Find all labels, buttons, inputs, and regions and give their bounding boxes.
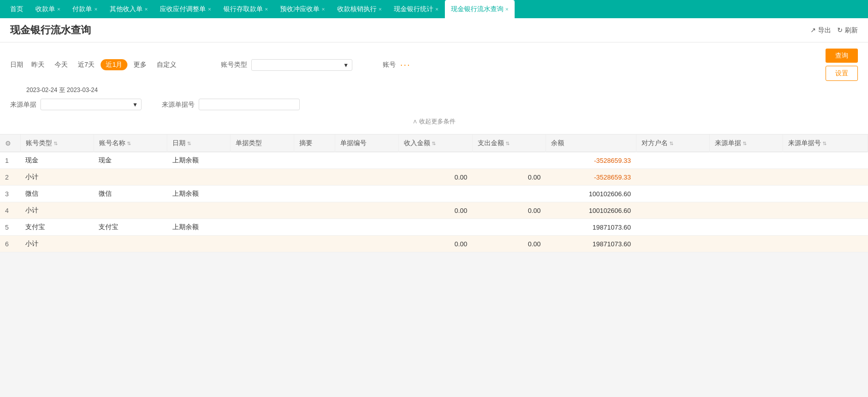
source-doc-filter-group: 来源单据 ▾ (10, 99, 142, 110)
col-doc_no: 单据编号 (335, 135, 399, 152)
table-header-row: ⚙账号类型⇅账号名称⇅日期⇅单据类型摘要单据编号收入金额⇅支出金额⇅余额对方户名… (0, 135, 868, 152)
nav-item-银行存取款单[interactable]: 银行存取款单 × (217, 0, 274, 18)
cell-source_doc (709, 152, 783, 169)
date-options: 昨天今天近7天近1月更多自定义 (27, 59, 180, 70)
table-row: 1现金现金上期余额-3528659.33 (0, 152, 868, 169)
cell-balance: 100102606.60 (546, 186, 636, 202)
sort-icon-source_doc_no: ⇅ (823, 141, 827, 146)
cell-source_doc_no (783, 202, 868, 219)
nav-item-其他收入单[interactable]: 其他收入单 × (104, 0, 154, 18)
cell-summary (294, 186, 335, 202)
nav-item-收款单[interactable]: 收款单 × (29, 0, 66, 18)
cell-expense: 0.00 (472, 202, 545, 219)
close-icon[interactable]: × (379, 0, 382, 18)
col-date[interactable]: 日期⇅ (167, 135, 231, 152)
nav-item-预收冲应收单[interactable]: 预收冲应收单 × (274, 0, 331, 18)
account-type-select[interactable]: ▾ (251, 59, 352, 71)
close-icon[interactable]: × (322, 0, 325, 18)
cell-source_doc_no (783, 186, 868, 202)
source-doc-select[interactable]: ▾ (40, 99, 142, 110)
close-icon[interactable]: × (208, 0, 211, 18)
col-source_doc_no[interactable]: 来源单据号⇅ (783, 135, 868, 152)
cell-doc_no (335, 186, 399, 202)
cell-date (167, 236, 231, 252)
cell-doc_no (335, 152, 399, 169)
sort-icon-income: ⇅ (432, 141, 436, 146)
query-button[interactable]: 查询 (826, 49, 858, 63)
account-type-filter-group: 账号类型 ▾ (221, 59, 352, 71)
date-option-昨天[interactable]: 昨天 (27, 59, 49, 70)
page-title: 现金银行流水查询 (10, 23, 91, 37)
close-icon[interactable]: × (94, 0, 97, 18)
col-income[interactable]: 收入金额⇅ (399, 135, 472, 152)
cell-row_num: 6 (0, 236, 20, 252)
page-header: 现金银行流水查询 ↗ 导出 ↻ 刷新 (0, 18, 868, 42)
cell-date: 上期余额 (167, 186, 231, 202)
col-expense[interactable]: 支出金额⇅ (472, 135, 545, 152)
data-table: ⚙账号类型⇅账号名称⇅日期⇅单据类型摘要单据编号收入金额⇅支出金额⇅余额对方户名… (0, 135, 868, 252)
cell-income (399, 152, 472, 169)
cell-account_name: 支付宝 (94, 219, 167, 236)
close-icon[interactable]: × (506, 0, 509, 18)
cell-doc_type (230, 219, 294, 236)
date-option-今天[interactable]: 今天 (51, 59, 72, 70)
cell-counterparty (636, 202, 709, 219)
col-account_name[interactable]: 账号名称⇅ (94, 135, 167, 152)
nav-item-现金银行流水查询[interactable]: 现金银行流水查询 × (445, 0, 515, 18)
cell-summary (294, 236, 335, 252)
cell-source_doc_no (783, 236, 868, 252)
cell-date: 上期余额 (167, 152, 231, 169)
close-icon[interactable]: × (265, 0, 268, 18)
cell-income: 0.00 (399, 236, 472, 252)
cell-summary (294, 202, 335, 219)
cell-income (399, 219, 472, 236)
cell-account_type: 微信 (20, 186, 94, 202)
table-container: ⚙账号类型⇅账号名称⇅日期⇅单据类型摘要单据编号收入金额⇅支出金额⇅余额对方户名… (0, 135, 868, 252)
date-option-自定义[interactable]: 自定义 (153, 59, 180, 70)
cell-doc_type (230, 236, 294, 252)
date-option-近1月[interactable]: 近1月 (101, 59, 127, 70)
settings-button[interactable]: 设置 (826, 66, 858, 81)
collapse-bar[interactable]: ∧ 收起更多条件 (10, 115, 858, 128)
date-filter-group: 日期 昨天今天近7天近1月更多自定义 (10, 59, 180, 70)
nav-item-付款单[interactable]: 付款单 × (66, 0, 103, 18)
source-doc-no-input[interactable] (199, 99, 300, 110)
nav-item-应收应付调整单[interactable]: 应收应付调整单 × (154, 0, 217, 18)
settings-icon[interactable]: ⚙ (5, 140, 11, 147)
cell-doc_type (230, 169, 294, 186)
nav-item-首页[interactable]: 首页 (4, 0, 29, 18)
close-icon[interactable]: × (145, 0, 148, 18)
cell-balance: 19871073.60 (546, 236, 636, 252)
nav-item-收款核销执行[interactable]: 收款核销执行 × (331, 0, 388, 18)
cell-source_doc (709, 236, 783, 252)
date-option-更多[interactable]: 更多 (129, 59, 151, 70)
cell-expense (472, 152, 545, 169)
nav-item-现金银行统计[interactable]: 现金银行统计 × (388, 0, 444, 18)
sort-icon-expense: ⇅ (506, 141, 510, 146)
account-type-label: 账号类型 (221, 60, 247, 69)
cell-account_type: 小计 (20, 236, 94, 252)
col-settings: ⚙ (0, 135, 20, 152)
col-account_type[interactable]: 账号类型⇅ (20, 135, 94, 152)
refresh-button[interactable]: ↻ 刷新 (837, 26, 858, 35)
cell-balance: -3528659.33 (546, 152, 636, 169)
table-row: 5支付宝支付宝上期余额19871073.60 (0, 219, 868, 236)
account-dots-button[interactable]: ··· (400, 60, 410, 70)
filter-row-1: 日期 昨天今天近7天近1月更多自定义 账号类型 ▾ 账号 ··· 查询 设置 (10, 49, 858, 81)
cell-doc_type (230, 186, 294, 202)
cell-source_doc (709, 202, 783, 219)
table-row: 2小计0.000.00-3528659.33 (0, 169, 868, 186)
close-icon[interactable]: × (57, 0, 60, 18)
cell-doc_no (335, 219, 399, 236)
col-source_doc[interactable]: 来源单据⇅ (709, 135, 783, 152)
export-button[interactable]: ↗ 导出 (810, 26, 831, 35)
cell-balance: 100102606.60 (546, 202, 636, 219)
date-range-display: 2023-02-24 至 2023-03-24 (26, 86, 98, 94)
sort-icon-source_doc: ⇅ (743, 141, 747, 146)
col-counterparty[interactable]: 对方户名⇅ (636, 135, 709, 152)
date-option-近7天[interactable]: 近7天 (74, 59, 99, 70)
cell-source_doc_no (783, 219, 868, 236)
cell-account_name: 现金 (94, 152, 167, 169)
table-row: 4小计0.000.00100102606.60 (0, 202, 868, 219)
close-icon[interactable]: × (435, 0, 438, 18)
